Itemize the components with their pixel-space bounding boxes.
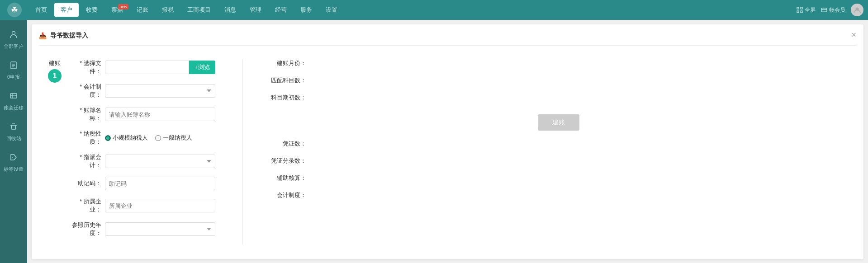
subject-init-label: 科目期初数： [270, 94, 306, 102]
migration-icon [9, 91, 18, 103]
vertical-divider [242, 59, 243, 244]
step-text: 建账 [49, 59, 61, 67]
nav-operation[interactable]: 经营 [269, 3, 293, 17]
step-form: * 选择文件： +浏览 * 会计制度： [69, 59, 215, 244]
panel-header: 📥 导爷数据导入 × [39, 32, 856, 46]
voucher-entries-label: 凭证分录数： [270, 157, 306, 165]
nav-manage[interactable]: 管理 [243, 3, 268, 17]
nav-invoice[interactable]: 票据 new [105, 3, 129, 17]
membership-icon [821, 7, 827, 13]
svg-rect-2 [797, 11, 799, 13]
nav-tax[interactable]: 报税 [156, 3, 180, 17]
right-accounting-system-row: 会计制度： [270, 191, 847, 199]
accounting-system-row: * 会计制度： [69, 83, 215, 99]
ledger-name-input[interactable] [105, 108, 215, 121]
all-customers-icon [9, 30, 18, 41]
close-button[interactable]: × [851, 31, 856, 39]
company-row: * 所属企业： [69, 197, 215, 214]
accounting-system-label: * 会计制度： [69, 83, 101, 99]
sidebar-item-declaration[interactable]: 0申报 [0, 55, 27, 86]
sidebar: 全部客户 0申报 账套迁移 [0, 20, 27, 263]
main-content: 📥 导爷数据导入 × 建账 1 * 选择文件： [27, 20, 868, 263]
history-year-label: 参照历史年度： [69, 221, 101, 237]
voucher-row: 凭证数： [270, 140, 847, 148]
sidebar-label-recycle: 回收站 [6, 135, 21, 142]
build-account-button[interactable]: 建账 [538, 114, 579, 131]
new-badge: new [118, 4, 128, 9]
tax-type-label: * 纳税性质： [69, 130, 101, 146]
sidebar-item-all-customers[interactable]: 全部客户 [0, 24, 27, 55]
aux-account-row: 辅助核算： [270, 174, 847, 182]
radio-general-taxpayer[interactable]: 一般纳税人 [155, 134, 192, 142]
step-circle: 1 [48, 69, 62, 83]
subject-init-row: 科目期初数： [270, 94, 847, 102]
right-info-panel: 建账月份： 匹配科目数： 科目期初数： 建账 [270, 59, 847, 244]
nav-service[interactable]: 服务 [294, 3, 318, 17]
accounting-system-select[interactable] [105, 84, 215, 98]
step-section: 建账 1 * 选择文件： +浏览 [48, 59, 215, 244]
nav-message[interactable]: 消息 [218, 3, 242, 17]
nav-business[interactable]: 工商项目 [181, 3, 217, 17]
memo-input[interactable] [105, 177, 215, 190]
panel-title: 导爷数据导入 [50, 32, 88, 40]
nav-bookkeeping[interactable]: 记账 [130, 3, 155, 17]
match-subject-label: 匹配科目数： [270, 76, 306, 85]
file-row: * 选择文件： +浏览 [69, 59, 215, 75]
history-year-select[interactable] [105, 222, 215, 236]
match-subject-row: 匹配科目数： [270, 76, 847, 85]
memo-row: 助记码： [69, 177, 215, 190]
user-avatar[interactable] [851, 4, 863, 16]
voucher-entries-row: 凭证分录数： [270, 157, 847, 165]
svg-rect-0 [797, 7, 799, 9]
membership-btn[interactable]: 畅会员 [821, 6, 845, 14]
nav-settings[interactable]: 设置 [319, 3, 344, 17]
top-navigation: ☘ 首页 客户 收费 票据 new 记账 报税 工商项目 消息 管理 经营 服务… [0, 0, 868, 20]
file-label: * 选择文件： [69, 59, 101, 75]
nav-customer[interactable]: 客户 [54, 3, 79, 17]
file-input-group: +浏览 [105, 61, 215, 74]
sidebar-label-migration: 账套迁移 [4, 104, 24, 111]
fullscreen-icon [797, 7, 803, 13]
build-month-row: 建账月份： [270, 59, 847, 67]
step-label: 建账 1 [48, 59, 62, 83]
accountant-select[interactable] [105, 155, 215, 168]
recycle-icon [9, 122, 18, 133]
logo-icon: ☘ [7, 3, 22, 17]
nav-fee[interactable]: 收费 [80, 3, 104, 17]
import-panel: 📥 导爷数据导入 × 建账 1 * 选择文件： [32, 24, 863, 259]
history-year-row: 参照历史年度： [69, 221, 215, 237]
radio-general-input[interactable] [155, 135, 161, 141]
sidebar-label-declaration: 0申报 [7, 74, 20, 80]
voucher-label: 凭证数： [270, 140, 306, 148]
main-layout: 全部客户 0申报 账套迁移 [0, 20, 868, 263]
sidebar-item-migration[interactable]: 账套迁移 [0, 86, 27, 117]
aux-account-label: 辅助核算： [270, 174, 306, 182]
file-input[interactable] [105, 61, 189, 74]
nav-right: 全屏 畅会员 [797, 4, 863, 16]
radio-small-label: 小规模纳税人 [113, 134, 148, 142]
tags-icon [9, 153, 18, 164]
svg-rect-4 [821, 8, 827, 12]
declaration-icon [9, 61, 18, 72]
form-layout: 建账 1 * 选择文件： +浏览 [39, 55, 856, 249]
radio-small-taxpayer[interactable]: 小规模纳税人 [105, 134, 148, 142]
svg-rect-1 [801, 7, 802, 9]
radio-small-input[interactable] [105, 135, 111, 141]
company-input[interactable] [105, 199, 215, 212]
svg-rect-12 [10, 94, 17, 98]
sidebar-label-all-customers: 全部客户 [4, 43, 24, 50]
nav-items: 首页 客户 收费 票据 new 记账 报税 工商项目 消息 管理 经营 服务 设… [29, 3, 797, 17]
svg-point-7 [12, 32, 15, 35]
tax-type-row: * 纳税性质： 小规模纳税人 一般纳税人 [69, 130, 215, 146]
build-month-label: 建账月份： [270, 59, 306, 67]
sidebar-item-tags[interactable]: 标签设置 [0, 147, 27, 178]
fullscreen-btn[interactable]: 全屏 [797, 6, 816, 14]
company-label: * 所属企业： [69, 197, 101, 214]
browse-button[interactable]: +浏览 [189, 61, 215, 74]
ledger-name-label: * 账簿名称： [69, 106, 101, 122]
sidebar-item-recycle[interactable]: 回收站 [0, 117, 27, 147]
nav-home[interactable]: 首页 [29, 3, 53, 17]
import-icon: 📥 [39, 32, 47, 39]
radio-general-label: 一般纳税人 [163, 134, 192, 142]
accountant-row: * 指派会计： [69, 153, 215, 169]
